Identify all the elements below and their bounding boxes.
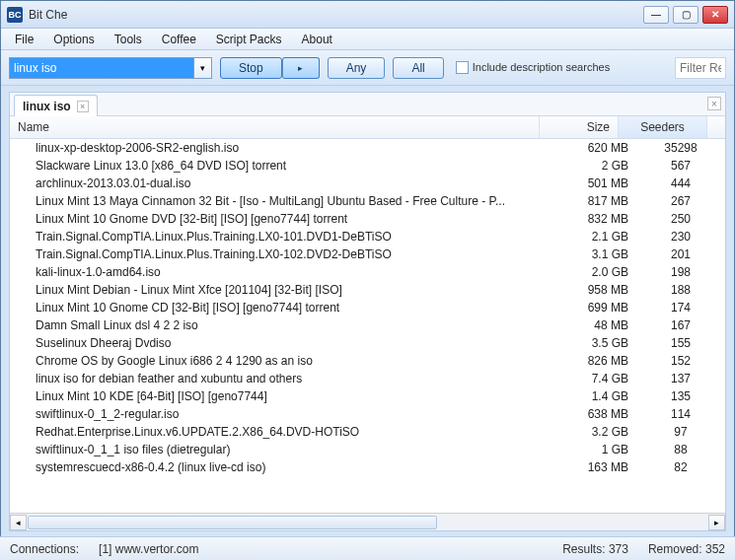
window-title: Bit Che — [29, 8, 639, 22]
table-body[interactable]: linux-xp-desktop-2006-SR2-english.iso620… — [10, 139, 725, 513]
cell-seeders: 267 — [636, 193, 725, 209]
table-row[interactable]: Suselinux Dheeraj Dvdiso3.5 GB155 — [10, 334, 725, 352]
table-row[interactable]: Linux Mint Debian - Linux Mint Xfce [201… — [10, 281, 725, 299]
menu-script-packs[interactable]: Script Packs — [206, 31, 292, 48]
results-pane: linux iso × × Name Size Seeders linux-xp… — [9, 92, 726, 531]
cell-size: 826 MB — [557, 353, 636, 369]
horizontal-scrollbar[interactable]: ◂ ▸ — [10, 513, 725, 530]
cell-name: Linux Mint Debian - Linux Mint Xfce [201… — [10, 282, 557, 298]
include-description-checkbox[interactable] — [456, 61, 469, 74]
cell-seeders: 88 — [636, 442, 725, 457]
table-row[interactable]: Train.Signal.CompTIA.Linux.Plus.Training… — [10, 245, 725, 263]
cell-size: 2.0 GB — [557, 264, 636, 280]
status-bar: Connections: [1] www.vertor.com Results:… — [0, 536, 735, 560]
app-icon: BC — [7, 7, 23, 23]
tab-close-icon[interactable]: × — [77, 101, 89, 112]
cell-seeders: 35298 — [636, 140, 725, 156]
search-input[interactable] — [9, 57, 194, 79]
include-description-label: Include description searches — [473, 61, 610, 73]
scroll-left-icon[interactable]: ◂ — [10, 515, 27, 530]
cell-size: 638 MB — [557, 406, 636, 422]
cell-seeders: 114 — [636, 406, 725, 422]
cell-name: kali-linux-1.0-amd64.iso — [10, 264, 557, 280]
cell-name: Linux Mint 10 Gnome DVD [32-Bit] [ISO] [… — [10, 211, 557, 227]
cell-size: 7.4 GB — [557, 371, 636, 386]
table-row[interactable]: kali-linux-1.0-amd64.iso2.0 GB198 — [10, 263, 725, 281]
cell-size: 1 GB — [557, 442, 636, 457]
menu-options[interactable]: Options — [43, 31, 104, 48]
column-name[interactable]: Name — [10, 116, 540, 138]
cell-name: Linux Mint 13 Maya Cinnamon 32 Bit - [Is… — [10, 193, 557, 209]
cell-seeders: 250 — [636, 211, 725, 227]
table-row[interactable]: Linux Mint 10 Gnome DVD [32-Bit] [ISO] [… — [10, 210, 725, 228]
table-row[interactable]: swiftlinux-0_1_1 iso files (dietregular)… — [10, 441, 725, 458]
all-button[interactable]: All — [393, 57, 443, 79]
close-button[interactable]: ✕ — [702, 6, 728, 24]
cell-name: linux-xp-desktop-2006-SR2-english.iso — [10, 140, 557, 156]
cell-name: Train.Signal.CompTIA.Linux.Plus.Training… — [10, 246, 557, 262]
any-button[interactable]: Any — [328, 57, 386, 79]
scroll-right-icon[interactable]: ▸ — [708, 515, 725, 530]
menu-about[interactable]: About — [292, 31, 342, 48]
menu-bar: File Options Tools Coffee Script Packs A… — [1, 29, 734, 50]
stop-button-group: Stop ▸ — [220, 57, 320, 79]
table-row[interactable]: swiftlinux-0_1_2-regular.iso638 MB114 — [10, 405, 725, 423]
table-row[interactable]: Train.Signal.CompTIA.Linux.Plus.Training… — [10, 228, 725, 245]
cell-size: 3.5 GB — [557, 335, 636, 351]
pane-close-icon[interactable]: × — [707, 97, 721, 110]
cell-name: swiftlinux-0_1_1 iso files (dietregular) — [10, 442, 557, 457]
scroll-thumb[interactable] — [28, 516, 437, 529]
cell-seeders: 167 — [636, 317, 725, 333]
cell-name: Linux Mint 10 KDE [64-Bit] [ISO] [geno77… — [10, 388, 557, 404]
search-combo: ▾ — [9, 57, 212, 79]
results-table: Name Size Seeders linux-xp-desktop-2006-… — [10, 116, 725, 530]
menu-file[interactable]: File — [5, 31, 43, 48]
cell-seeders: 444 — [636, 175, 725, 191]
column-seeders[interactable]: Seeders — [619, 116, 707, 138]
cell-size: 832 MB — [557, 211, 636, 227]
minimize-button[interactable]: — — [643, 6, 669, 24]
cell-name: swiftlinux-0_1_2-regular.iso — [10, 406, 557, 422]
table-row[interactable]: linux iso for debian feather and xubuntu… — [10, 370, 725, 387]
search-dropdown-button[interactable]: ▾ — [194, 57, 212, 79]
cell-name: Damn Small Linux dsl 4 2 2 iso — [10, 317, 557, 333]
table-row[interactable]: systemrescuecd-x86-0.4.2 (linux live-cd … — [10, 458, 725, 476]
status-connections-label: Connections: — [10, 542, 79, 556]
tab-linux-iso[interactable]: linux iso × — [14, 95, 98, 116]
tab-strip: linux iso × × — [10, 93, 725, 116]
table-row[interactable]: Linux Mint 10 Gnome CD [32-Bit] [ISO] [g… — [10, 299, 725, 316]
cell-name: archlinux-2013.03.01-dual.iso — [10, 175, 557, 191]
table-row[interactable]: Damn Small Linux dsl 4 2 2 iso48 MB167 — [10, 316, 725, 334]
cell-size: 48 MB — [557, 317, 636, 333]
maximize-button[interactable]: ▢ — [673, 6, 698, 24]
scroll-track[interactable] — [27, 515, 708, 530]
menu-tools[interactable]: Tools — [105, 31, 152, 48]
cell-name: Chrome OS by Google Linux i686 2 4 1290 … — [10, 353, 557, 369]
cell-name: linux iso for debian feather and xubuntu… — [10, 371, 557, 386]
cell-seeders: 567 — [636, 158, 725, 174]
table-row[interactable]: Chrome OS by Google Linux i686 2 4 1290 … — [10, 352, 725, 370]
cell-name: Slackware Linux 13.0 [x86_64 DVD ISO] to… — [10, 158, 557, 174]
title-bar: BC Bit Che — ▢ ✕ — [1, 1, 734, 29]
table-row[interactable]: Redhat.Enterprise.Linux.v6.UPDATE.2.X86_… — [10, 423, 725, 441]
table-row[interactable]: Linux Mint 13 Maya Cinnamon 32 Bit - [Is… — [10, 192, 725, 210]
cell-size: 163 MB — [557, 459, 636, 475]
column-size[interactable]: Size — [540, 116, 619, 138]
filter-input[interactable] — [675, 57, 726, 79]
table-row[interactable]: linux-xp-desktop-2006-SR2-english.iso620… — [10, 139, 725, 157]
tab-label: linux iso — [23, 100, 71, 113]
table-row[interactable]: Slackware Linux 13.0 [x86_64 DVD ISO] to… — [10, 157, 725, 175]
cell-seeders: 230 — [636, 229, 725, 245]
toolbar: ▾ Stop ▸ Any All Include description sea… — [1, 50, 734, 86]
status-removed: Removed: 352 — [648, 542, 725, 556]
cell-size: 3.2 GB — [557, 424, 636, 440]
menu-coffee[interactable]: Coffee — [152, 31, 206, 48]
cell-seeders: 97 — [636, 424, 725, 440]
table-row[interactable]: Linux Mint 10 KDE [64-Bit] [ISO] [geno77… — [10, 387, 725, 405]
stop-button[interactable]: Stop — [220, 57, 282, 79]
cell-name: Suselinux Dheeraj Dvdiso — [10, 335, 557, 351]
stop-dropdown-button[interactable]: ▸ — [282, 57, 320, 79]
cell-seeders: 152 — [636, 353, 725, 369]
cell-size: 817 MB — [557, 193, 636, 209]
table-row[interactable]: archlinux-2013.03.01-dual.iso501 MB444 — [10, 175, 725, 192]
